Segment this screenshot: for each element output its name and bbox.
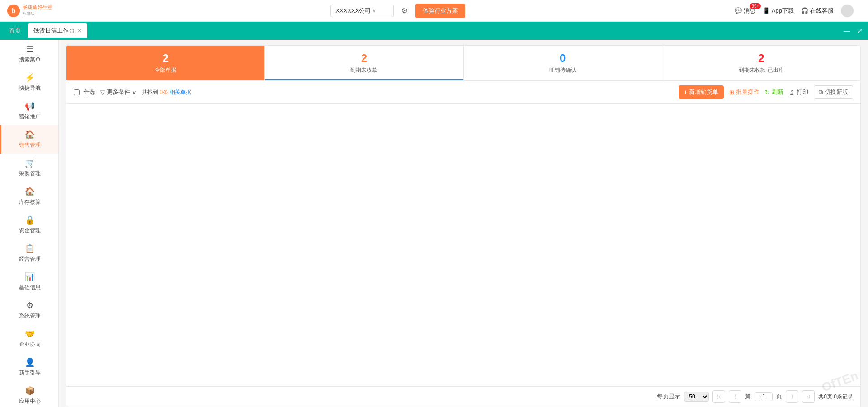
main-layout: ☰ 搜索菜单 ⚡ 快捷导航 📢 营销推广 🏠 销售管理 🛒 采购管理 🏠 库存核… [0,40,868,407]
quick-nav-icon: ⚡ [25,73,35,83]
card-wangpu-label: 旺铺待确认 [471,66,655,74]
online-service-button[interactable]: 🎧 在线客服 [801,7,834,15]
card-wangpu-num: 0 [471,52,655,65]
filter-chevron-icon: ∨ [132,89,137,96]
page-label: 第 [745,393,751,401]
app-center-icon: 📦 [25,386,35,396]
purchase-icon: 🛒 [25,158,35,168]
toolbar: 全选 ▽ 更多条件 ∨ 共找到 0条 相关单据 + 新增销货单 ⊞ 批量操作 [66,81,861,104]
base-info-icon: 📊 [25,272,35,282]
new-sales-order-button[interactable]: + 新增销货单 [679,85,724,99]
print-icon: 🖨 [789,89,795,96]
page-label-end: 页 [776,393,782,401]
tab-maximize-button[interactable]: ⤢ [855,25,864,36]
app-name: 畅捷通好生意 [23,5,52,10]
sidebar-item-app-center[interactable]: 📦 应用中心 [0,381,58,407]
sidebar-item-sales[interactable]: 🏠 销售管理 [0,125,58,154]
tab-minimize-button[interactable]: — [842,25,852,36]
switch-icon: ⧉ [819,89,823,96]
logo-area: b 畅捷通好生意 标准版 [7,5,61,17]
settings-button[interactable]: ⚙ [397,4,412,18]
enterprise-icon: 🤝 [25,329,35,339]
message-badge: 99+ [750,3,760,9]
marketing-icon: 📢 [25,101,35,111]
filter-button[interactable]: ▽ 更多条件 ∨ [100,88,137,96]
sidebar-item-marketing[interactable]: 📢 营销推广 [0,97,58,125]
tab-home[interactable]: 首页 [4,23,26,38]
card-shipped-num: 2 [670,52,853,65]
batch-icon: ⊞ [729,89,734,96]
sidebar-item-operations[interactable]: 📋 经营管理 [0,239,58,267]
top-bar-right: 💬 消息 99+ 📱 App下载 🎧 在线客服 [735,5,861,17]
company-chevron-icon: ∨ [373,8,376,13]
card-all-label: 全部单据 [74,66,257,74]
refresh-button[interactable]: ↻ 刷新 [765,88,783,96]
result-link[interactable]: 相关单据 [170,89,191,95]
message-button[interactable]: 💬 消息 99+ [735,7,755,15]
sidebar-item-newbie[interactable]: 👤 新手引导 [0,353,58,381]
result-count: 0条 [160,89,168,95]
logo-icon: b [7,5,20,17]
top-bar-left: b 畅捷通好生意 标准版 [7,5,61,17]
page-total: 共0页,0条记录 [818,393,853,401]
refresh-icon: ↻ [765,89,770,96]
card-shipped-label: 到期未收款 已出库 [670,66,853,74]
finance-icon: 🔒 [25,215,35,225]
avatar[interactable] [841,5,854,17]
app-download-button[interactable]: 📱 App下载 [763,7,794,15]
company-name: XXXXXX公司 [335,7,371,15]
company-controls: XXXXXX公司 ∨ ⚙ 体验行业方案 [330,4,465,18]
filter-icon: ▽ [100,89,105,96]
company-selector[interactable]: XXXXXX公司 ∨ [330,5,394,17]
card-overdue-label: 到期未收款 [272,66,456,74]
operations-icon: 📋 [25,243,35,253]
search-menu-icon: ☰ [26,44,33,54]
card-wangpu[interactable]: 0 旺铺待确认 [464,46,662,80]
page-size-label: 每页显示 [657,393,680,401]
tab-workbench[interactable]: 钱货日清工作台 ✕ [28,23,87,38]
last-page-button[interactable]: ⟩⟩ [802,390,815,403]
page-input[interactable] [755,392,773,401]
next-page-button[interactable]: ⟩ [786,390,798,403]
top-bar: b 畅捷通好生意 标准版 XXXXXX公司 ∨ ⚙ 体验行业方案 💬 消息 99… [0,0,868,22]
sidebar-item-system[interactable]: ⚙ 系统管理 [0,296,58,324]
card-overdue[interactable]: 2 到期未收款 [265,46,463,80]
inventory-icon: 🏠 [25,187,35,196]
app-badge: 标准版 [23,11,52,17]
card-shipped[interactable]: 2 到期未收款 已出库 [662,46,860,80]
page-size-select[interactable]: 50 100 200 [684,392,709,402]
toolbar-right: + 新增销货单 ⊞ 批量操作 ↻ 刷新 🖨 打印 ⧉ 切换新版 [679,85,853,99]
headset-icon: 🎧 [801,7,808,14]
first-page-button[interactable]: ⟨⟨ [712,390,725,403]
trial-button[interactable]: 体验行业方案 [415,4,465,18]
result-text: 共找到 0条 相关单据 [142,89,191,96]
tab-close-icon[interactable]: ✕ [77,28,82,34]
sidebar-item-quick-nav[interactable]: ⚡ 快捷导航 [0,68,58,97]
toolbar-left: 全选 ▽ 更多条件 ∨ 共找到 0条 相关单据 [74,88,191,96]
select-all-input[interactable] [74,89,80,95]
sidebar-item-inventory[interactable]: 🏠 库存核算 [0,182,58,211]
sidebar-item-finance[interactable]: 🔒 资金管理 [0,211,58,239]
tab-bar-right: — ⤢ [842,25,864,36]
sidebar: ☰ 搜索菜单 ⚡ 快捷导航 📢 营销推广 🏠 销售管理 🛒 采购管理 🏠 库存核… [0,40,59,407]
sidebar-item-enterprise[interactable]: 🤝 企业协同 [0,324,58,353]
phone-icon: 📱 [763,7,770,14]
tab-bar: 首页 钱货日清工作台 ✕ — ⤢ [0,22,868,40]
summary-cards: 2 全部单据 2 到期未收款 0 旺铺待确认 2 到期未收款 已出库 [66,45,861,81]
sidebar-item-base-info[interactable]: 📊 基础信息 [0,267,58,296]
pagination: 每页显示 50 100 200 ⟨⟨ ⟨ 第 页 ⟩ ⟩⟩ 共0页,0条记录 [66,386,861,407]
sales-icon: 🏠 [25,130,35,140]
switch-version-button[interactable]: ⧉ 切换新版 [814,85,853,99]
sidebar-item-purchase[interactable]: 🛒 采购管理 [0,154,58,182]
message-icon: 💬 [735,7,742,14]
sidebar-item-search-menu[interactable]: ☰ 搜索菜单 [0,40,58,68]
prev-page-button[interactable]: ⟨ [729,390,741,403]
logo-text-area: 畅捷通好生意 标准版 [23,5,52,16]
content-area: 2 全部单据 2 到期未收款 0 旺铺待确认 2 到期未收款 已出库 [59,40,868,407]
card-all[interactable]: 2 全部单据 [66,46,265,80]
newbie-icon: 👤 [25,357,35,367]
select-all-checkbox[interactable]: 全选 [74,88,95,96]
print-button[interactable]: 🖨 打印 [789,88,808,96]
card-all-num: 2 [74,52,257,65]
batch-operation-button[interactable]: ⊞ 批量操作 [729,88,760,96]
